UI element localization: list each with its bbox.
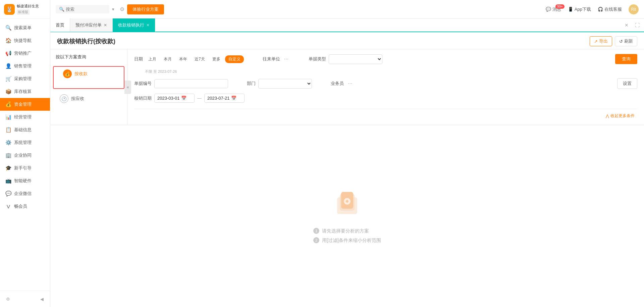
- staff-label: 业务员: [331, 81, 344, 87]
- docnum-label: 单据编号: [134, 81, 152, 87]
- service-label: 在线客服: [604, 6, 622, 12]
- date-hint: 不限 至 2023-07-26: [145, 69, 177, 73]
- writeoff-date-label: 核销日期: [134, 95, 152, 101]
- filter-area: 按以下方案查询 💰 按收款 🕐 按应收 «: [50, 49, 644, 125]
- sidebar-item-finance[interactable]: 💰资金管理: [0, 98, 50, 111]
- collapse-more-button[interactable]: ⋀ 收起更多条件: [603, 112, 637, 120]
- collapse-icon: ⋀: [606, 114, 609, 118]
- online-service-button[interactable]: 🎧 在线客服: [598, 6, 622, 12]
- sidebar-item-enterprise[interactable]: 🏢企业协同: [0, 149, 50, 162]
- counterparty-label: 往来单位: [263, 56, 280, 62]
- tip-num-1: 1: [313, 228, 319, 234]
- writeoff-date-field: 核销日期 2023-03-01 📅 — 2023-07-21 📅: [134, 94, 245, 103]
- user-avatar[interactable]: Rit: [629, 4, 639, 14]
- collapse-sidebar-icon[interactable]: ◀: [37, 294, 47, 304]
- sidebar-item-guide[interactable]: 🎓新手引导: [0, 162, 50, 174]
- message-button[interactable]: 💬 消息 99+: [546, 6, 561, 12]
- sidebar-item-purchase[interactable]: 🛒采购管理: [0, 72, 50, 85]
- date-this-year[interactable]: 本年: [176, 55, 190, 63]
- page-header: 收款核销执行(按收款) ↗ 导出 ↺ 刷新: [50, 32, 644, 49]
- sidebar-item-basic[interactable]: 📋基础信息: [0, 123, 50, 136]
- date-last-month[interactable]: 上月: [146, 55, 159, 63]
- date-more[interactable]: 更多: [210, 55, 223, 63]
- sidebar-nav: 🔍搜索菜单🏠快捷导航📢营销推广👤销售管理🛒采购管理📦库存核算💰资金管理📊经营管理…: [0, 19, 50, 291]
- sidebar-item-inventory[interactable]: 📦库存核算: [0, 85, 50, 98]
- nav-icon-quicknav: 🏠: [5, 38, 11, 44]
- logo: 🐰 畅捷通好生意 标准版: [0, 0, 50, 19]
- topbar-search[interactable]: 🔍: [56, 5, 109, 13]
- tab-receipt-writeoff[interactable]: 收款核销执行 ✕: [113, 18, 155, 32]
- tab-receipt-writeoff-close-icon[interactable]: ✕: [146, 23, 150, 28]
- settings-icon[interactable]: ⚙: [3, 294, 13, 304]
- dept-select[interactable]: [258, 79, 312, 89]
- filter-selected-box: 💰 按收款: [53, 66, 124, 89]
- solution-button[interactable]: 体验行业方案: [127, 4, 164, 14]
- filter-row-1: 日期 上月 本月 本年 近7天 更多 自定义: [134, 54, 637, 64]
- filter-option-by-receipt[interactable]: 💰 按收款: [59, 67, 118, 81]
- sidebar: 🐰 畅捷通好生意 标准版 🔍搜索菜单🏠快捷导航📢营销推广👤销售管理🛒采购管理📦库…: [0, 0, 50, 307]
- sidebar-item-member[interactable]: V畅会员: [0, 200, 50, 213]
- query-button[interactable]: 查询: [615, 54, 637, 64]
- sidebar-item-system[interactable]: ⚙️系统管理: [0, 136, 50, 149]
- date-last-7days[interactable]: 近7天: [192, 55, 208, 63]
- tip-text-2: 用[过滤]条件来缩小分析范围: [322, 236, 381, 245]
- nav-icon-marketing: 📢: [5, 50, 11, 56]
- filter-options-2: 🕐 按应收: [50, 92, 127, 113]
- filter-options: 💰 按收款: [54, 67, 124, 88]
- calendar-start-icon[interactable]: 📅: [181, 96, 186, 101]
- topbar-gear-icon[interactable]: ⚙: [117, 4, 127, 14]
- filter-panel-collapse-icon: «: [127, 85, 129, 90]
- sidebar-bottom: ⚙ ◀: [0, 291, 50, 307]
- staff-dots[interactable]: ···: [346, 81, 354, 87]
- calendar-end-icon[interactable]: 📅: [231, 96, 236, 101]
- sidebar-item-hardware[interactable]: 📺智能硬件: [0, 174, 50, 187]
- sidebar-item-wechat[interactable]: 💬企业微信: [0, 187, 50, 200]
- export-button[interactable]: ↗ 导出: [590, 36, 612, 46]
- tab-expand-icon[interactable]: ⛶: [633, 21, 641, 29]
- sidebar-item-quicknav[interactable]: 🏠快捷导航: [0, 34, 50, 47]
- content-area: 收款核销执行(按收款) ↗ 导出 ↺ 刷新 按以下方案查询: [50, 32, 644, 307]
- app-download-button[interactable]: 📱 App下载: [568, 6, 591, 12]
- nav-icon-guide: 🎓: [5, 165, 11, 171]
- logo-name: 畅捷通好生意: [17, 4, 39, 8]
- settings-button[interactable]: 设置: [617, 78, 637, 89]
- nav-icon-enterprise: 🏢: [5, 152, 11, 158]
- page-actions: ↗ 导出 ↺ 刷新: [590, 36, 637, 46]
- writeoff-date-end-value: 2023-07-21: [207, 96, 230, 101]
- search-input[interactable]: [66, 7, 103, 12]
- nav-icon-system: ⚙️: [5, 140, 11, 146]
- nav-icon-search: 🔍: [5, 25, 11, 31]
- filter-row-2: 单据编号 部门 业务员 ···: [134, 78, 637, 89]
- sidebar-item-search[interactable]: 🔍搜索菜单: [0, 21, 50, 34]
- counterparty-dots[interactable]: ···: [283, 56, 290, 62]
- doctype-select[interactable]: [329, 54, 382, 64]
- app-label: App下载: [575, 6, 591, 12]
- filter-collapse-row: ⋀ 收起更多条件: [134, 109, 637, 120]
- date-custom[interactable]: 自定义: [225, 55, 244, 63]
- writeoff-date-end-input[interactable]: 2023-07-21 📅: [204, 94, 245, 103]
- docnum-input[interactable]: [154, 79, 228, 88]
- logo-tag: 标准版: [17, 9, 30, 15]
- filter-option-by-receivable[interactable]: 🕐 按应收: [56, 92, 122, 106]
- writeoff-date-start-input[interactable]: 2023-03-01 📅: [154, 94, 195, 103]
- date-this-month[interactable]: 本月: [161, 55, 174, 63]
- tab-prepay-label: 预付冲应付单: [75, 22, 102, 28]
- filter-panel-toggle[interactable]: «: [124, 81, 131, 94]
- tab-prepay[interactable]: 预付冲应付单 ✕: [70, 18, 113, 32]
- nav-icon-member: V: [5, 203, 11, 209]
- tab-close-all-icon[interactable]: ✕: [623, 21, 631, 29]
- tab-home[interactable]: 首页: [50, 18, 70, 32]
- empty-state: 1 请先选择要分析的方案 2 用[过滤]条件来缩小分析范围: [50, 125, 644, 307]
- tab-prepay-close-icon[interactable]: ✕: [104, 23, 107, 28]
- nav-icon-sales: 👤: [5, 63, 11, 69]
- sidebar-item-marketing[interactable]: 📢营销推广: [0, 47, 50, 60]
- topbar-dropdown-icon[interactable]: ▾: [112, 7, 114, 12]
- collapse-label: 收起更多条件: [610, 113, 635, 119]
- refresh-button[interactable]: ↺ 刷新: [615, 36, 637, 46]
- sidebar-item-sales[interactable]: 👤销售管理: [0, 60, 50, 72]
- empty-tips: 1 请先选择要分析的方案 2 用[过滤]条件来缩小分析范围: [313, 226, 381, 245]
- empty-illustration: [330, 187, 364, 221]
- message-icon: 💬: [546, 7, 551, 12]
- filter-panel-title: 按以下方案查询: [50, 49, 127, 63]
- sidebar-item-business[interactable]: 📊经营管理: [0, 111, 50, 123]
